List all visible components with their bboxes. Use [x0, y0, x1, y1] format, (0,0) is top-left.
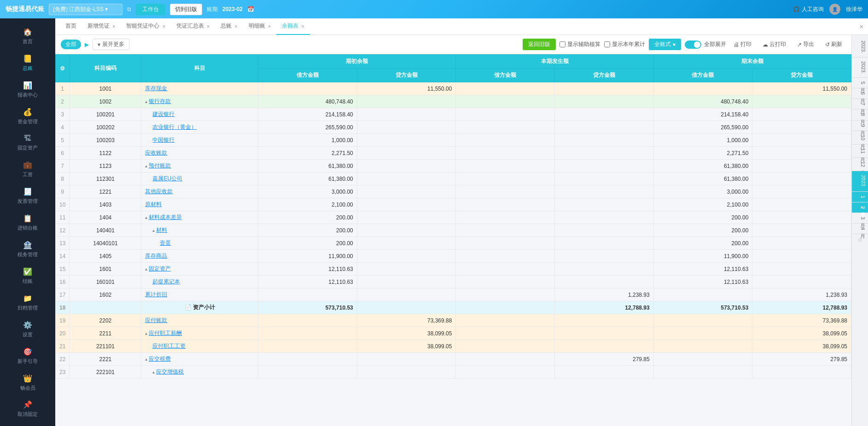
settings-col-header[interactable]: ⚙ [56, 55, 70, 82]
row-name[interactable]: 应收账款 [141, 147, 258, 160]
row-num: 17 [56, 288, 70, 301]
row-name[interactable]: 其他应收款 [141, 185, 258, 198]
sidebar-item-unpin[interactable]: 📌 取消固定 [0, 397, 55, 421]
sidebar-item-tax[interactable]: 🏦 税务管理 [0, 236, 55, 263]
row-name[interactable]: ▴ 预付账款 [141, 160, 258, 173]
row-name[interactable]: 农业银行（黄金） [141, 121, 258, 134]
row-name[interactable]: ▴ 应付职工薪酬 [141, 327, 258, 340]
refresh-button[interactable]: ↺ 刷新 [821, 39, 846, 50]
tab-home[interactable]: 首页 [60, 18, 82, 35]
row-num: 11 [56, 211, 70, 224]
month-12[interactable]: 12月 [852, 158, 868, 171]
sidebar-item-guide[interactable]: 🎯 新手引导 [0, 343, 55, 369]
copy-icon[interactable]: ⧉ [127, 6, 131, 12]
year-2023-active[interactable]: 2023. [852, 171, 868, 192]
table-row: 13 14040101 壹蛋 200.00 200.00 [56, 237, 851, 250]
tab-smart-voucher[interactable]: 智能凭证中心 × [121, 18, 170, 35]
row-name[interactable]: ▴ 应交增值税 [141, 366, 258, 379]
month-5[interactable]: 5月 [852, 78, 868, 88]
tab-new-voucher[interactable]: 新增凭证 × [82, 18, 121, 35]
period-end-header: 期末余额 [653, 55, 851, 69]
row-eb-debit [653, 353, 752, 366]
sidebar-item-payroll[interactable]: 💼 工资 [0, 156, 55, 183]
month-6[interactable]: 6月 [852, 88, 868, 99]
sidebar-item-member[interactable]: 👑 畅会员 [0, 369, 55, 396]
filter-arrow-icon[interactable]: ▶ [85, 41, 89, 48]
tab-close-detail-ledger[interactable]: × [268, 23, 271, 29]
row-name[interactable]: 库存现金 [141, 82, 258, 95]
sidebar-item-settings[interactable]: ⚙️ 设置 [0, 316, 55, 343]
return-old-button[interactable]: 返回旧版 [523, 39, 556, 50]
month-4[interactable]: 4月 [852, 224, 868, 234]
cloud-print-button[interactable]: ☁ 云打印 [759, 39, 790, 50]
row-name[interactable]: ▴ 固定资产 [141, 263, 258, 276]
tab-voucher-summary[interactable]: 凭证汇总表 × [171, 18, 215, 35]
row-name[interactable]: ▴ 材料 [141, 224, 258, 237]
period-value: 2023-02 [222, 6, 243, 12]
consult-link[interactable]: 🎧 人工咨询 [793, 6, 824, 13]
month-11[interactable]: 11月 [852, 144, 868, 158]
row-name[interactable]: ▴ 材料成本差异 [141, 211, 258, 224]
row-cp-debit [456, 314, 555, 327]
row-eb-credit: 1,238.93 [752, 288, 851, 301]
row-name[interactable]: 壹蛋 [141, 237, 258, 250]
show-ytd-check[interactable]: 显示本年累计 [604, 40, 645, 48]
tab-detail-ledger[interactable]: 明细账 × [243, 18, 276, 35]
month-8[interactable]: 8月 [852, 109, 868, 120]
tab-general-ledger[interactable]: 总账 × [215, 18, 243, 35]
print-button[interactable]: 🖨 打印 [730, 39, 755, 50]
close-all-tabs[interactable]: × [860, 23, 863, 30]
row-name[interactable]: 建设银行 [141, 108, 258, 121]
toggle-switch[interactable] [685, 40, 701, 49]
year-2023-label[interactable]: 2023. [852, 37, 868, 58]
show-assist-check[interactable]: 显示辅助核算 [559, 40, 600, 48]
row-name[interactable]: 应付账款 [141, 314, 258, 327]
dropdown-arrow-icon: ▾ [673, 41, 676, 48]
full-style-button[interactable]: 全账式 ▾ [649, 39, 681, 50]
sidebar-item-reports[interactable]: 📊 报表中心 [0, 76, 55, 103]
row-name[interactable]: 起提累记本 [141, 276, 258, 288]
sidebar-item-ledger[interactable]: 📒 总账 [0, 50, 55, 76]
sidebar-item-sales[interactable]: 📋 进销台账 [0, 209, 55, 236]
tab-balance-sheet[interactable]: 余额表 × [276, 18, 309, 35]
month-1[interactable]: 1月 [852, 192, 868, 202]
month-10[interactable]: 10月 [852, 131, 868, 144]
row-name[interactable]: 库存商品 [141, 250, 258, 263]
row-code: 221101 [70, 340, 141, 353]
month-3[interactable]: 3月 [852, 213, 868, 224]
sidebar-item-home[interactable]: 🏠 首页 [0, 23, 55, 50]
company-selector[interactable]: (免费) 江西韶金-LSS ▾ [49, 4, 122, 15]
sidebar-item-invoice[interactable]: 🧾 发票管理 [0, 183, 55, 209]
row-name[interactable]: 嘉属EU公司 [141, 173, 258, 185]
row-name[interactable]: 中国银行 [141, 134, 258, 147]
sidebar-label-member: 畅会员 [20, 385, 35, 391]
tab-close-balance-sheet[interactable]: × [301, 23, 304, 29]
row-code [70, 301, 141, 314]
month-9[interactable]: 9月 [852, 121, 868, 131]
workbench-button[interactable]: 工作台 [136, 4, 165, 15]
sidebar-item-archive[interactable]: 📁 归档管理 [0, 289, 55, 316]
row-name[interactable]: 累计折旧 [141, 288, 258, 301]
sidebar-item-capital[interactable]: 💰 资金管理 [0, 103, 55, 130]
month-2[interactable]: 2月 [852, 202, 868, 213]
sidebar-item-assets[interactable]: 🏗 固定资产 [0, 130, 55, 156]
tab-close-voucher-summary[interactable]: × [207, 23, 210, 29]
month-7[interactable]: 7月 [852, 99, 868, 109]
tab-close-general-ledger[interactable]: × [234, 23, 237, 29]
avatar[interactable]: 👤 [829, 4, 840, 15]
switch-old-button[interactable]: 切到旧版 [170, 4, 202, 15]
right-panel-close[interactable]: ○ [856, 234, 863, 245]
calendar-icon[interactable]: 📅 [247, 6, 254, 12]
tab-close-new-voucher[interactable]: × [112, 23, 115, 29]
export-button[interactable]: ↗ 导出 [793, 39, 818, 50]
row-name[interactable]: ▴ 应交税费 [141, 353, 258, 366]
row-name[interactable]: ▴ 银行存款 [141, 95, 258, 108]
filter-all-label[interactable]: 全部 [61, 40, 81, 49]
row-name[interactable]: 原材料 [141, 198, 258, 211]
year-2023-label2[interactable]: 2023. [852, 58, 868, 78]
row-cp-credit: 1,238.93 [555, 288, 654, 301]
tab-close-smart-voucher[interactable]: × [162, 23, 165, 29]
sidebar-item-close[interactable]: ✅ 结账 [0, 263, 55, 289]
row-name[interactable]: 应付职工工资 [141, 340, 258, 353]
expand-more-button[interactable]: ▾ 展开更多 [93, 39, 129, 50]
